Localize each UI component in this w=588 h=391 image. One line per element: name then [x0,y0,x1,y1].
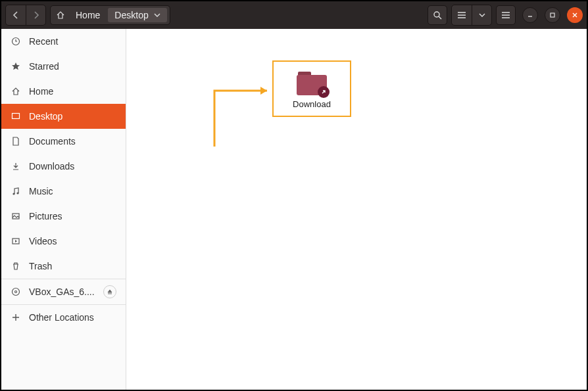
dropdown-icon [154,12,160,18]
disc-icon [11,287,21,296]
sidebar-item-label: Home [29,86,53,97]
svg-rect-3 [12,114,20,119]
sidebar-item-label: Trash [29,261,52,271]
svg-point-9 [15,291,17,293]
svg-point-0 [434,12,439,17]
clock-icon [11,37,21,46]
sidebar-item-starred[interactable]: Starred [1,54,126,79]
svg-rect-1 [551,13,554,17]
sidebar-item-home[interactable]: Home [1,79,126,104]
home-icon [56,11,65,20]
sidebar-item-desktop[interactable]: Desktop [1,104,126,129]
breadcrumb[interactable]: Home Desktop [50,5,170,25]
hamburger-menu-button[interactable] [496,5,516,25]
sidebar-item-other-locations[interactable]: Other Locations [1,305,126,330]
videos-icon [11,237,21,246]
minimize-button[interactable] [522,7,538,23]
nav-group [5,5,46,26]
svg-point-8 [12,288,20,296]
sidebar-item-pictures[interactable]: Pictures [1,204,126,229]
sidebar-item-label: VBox_GAs_6.... [29,287,95,297]
close-icon [572,12,578,18]
sidebar-item-label: Music [29,186,53,196]
shortcut-badge-icon [318,86,330,98]
file-manager-window: Home Desktop [0,0,588,391]
eject-button[interactable] [103,285,116,298]
sidebar-item-label: Documents [29,136,76,147]
chevron-left-icon [12,11,19,19]
sidebar-item-videos[interactable]: Videos [1,229,126,254]
maximize-icon [549,12,556,18]
search-button[interactable] [428,5,447,25]
back-button[interactable] [6,5,26,25]
list-view-button[interactable] [452,5,472,25]
eject-icon [107,288,113,295]
menu-icon [501,11,510,19]
music-icon [11,187,21,196]
sidebar-item-music[interactable]: Music [1,179,126,204]
view-toggle-group [451,5,492,26]
sidebar-item-label: Other Locations [29,312,94,323]
annotation-arrow [208,84,280,150]
maximize-button[interactable] [545,7,560,23]
body-area: Recent Starred Home Desktop Documents Do… [1,29,587,390]
content-area[interactable]: Download [126,29,587,390]
sidebar-item-label: Videos [29,236,57,246]
sidebar-item-documents[interactable]: Documents [1,129,126,154]
close-button[interactable] [567,7,583,23]
trash-icon [11,262,21,271]
desktop-icon [11,112,21,121]
documents-icon [11,137,21,146]
sidebar-item-downloads[interactable]: Downloads [1,154,126,179]
sidebar: Recent Starred Home Desktop Documents Do… [1,29,126,390]
search-icon [433,11,442,20]
titlebar: Home Desktop [1,1,587,29]
sidebar-item-trash[interactable]: Trash [1,254,126,279]
minimize-icon [527,12,533,18]
sidebar-item-label: Starred [29,61,59,72]
chevron-down-icon [479,12,485,18]
sidebar-item-label: Recent [29,36,58,47]
pictures-icon [11,212,21,221]
chevron-right-icon [33,11,39,19]
folder-item-label: Download [293,99,331,109]
downloads-icon [11,162,21,171]
sidebar-item-label: Pictures [29,211,62,221]
svg-point-4 [12,193,14,195]
plus-icon [11,313,21,321]
home-icon [11,87,21,96]
sidebar-item-label: Desktop [29,111,62,122]
forward-button[interactable] [26,5,45,25]
list-icon [457,11,466,19]
breadcrumb-home[interactable]: Home [70,8,105,22]
breadcrumb-current[interactable]: Desktop [108,8,166,22]
sidebar-item-label: Downloads [29,161,74,172]
folder-icon [297,72,327,95]
sidebar-item-device[interactable]: VBox_GAs_6.... [1,279,126,304]
sidebar-item-recent[interactable]: Recent [1,29,126,54]
svg-point-5 [16,192,18,194]
view-dropdown-button[interactable] [472,5,491,25]
breadcrumb-current-label: Desktop [114,10,148,20]
folder-item-download[interactable]: Download [272,60,351,117]
star-icon [11,62,21,71]
